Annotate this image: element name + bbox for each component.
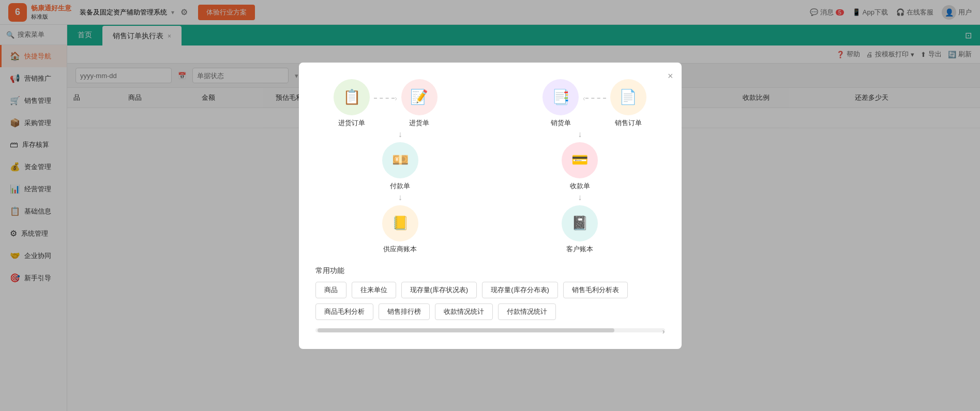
popup-close-button[interactable]: × (668, 71, 673, 82)
flow-node-customer-ledger: 📓 客户账本 (562, 205, 598, 254)
receipt-icon: 💳 (562, 142, 598, 178)
func-btn-1[interactable]: 往来单位 (352, 282, 396, 298)
func-btn-5[interactable]: 商品毛利分析 (315, 303, 373, 320)
func-btn-0[interactable]: 商品 (315, 282, 346, 298)
func-btn-6[interactable]: 销售排行榜 (379, 303, 430, 320)
purchase-order-icon: 📋 (334, 79, 370, 115)
popup-scrollbar[interactable]: › (315, 328, 665, 332)
func-btn-7[interactable]: 收款情况统计 (435, 303, 493, 320)
sales-bill-icon: 📑 (542, 79, 579, 115)
func-btn-8[interactable]: 付款情况统计 (498, 303, 556, 320)
flow-node-receipt: 💳 收款单 (562, 142, 598, 191)
flow-node-sales-order: 📄 销售订单 (610, 79, 646, 128)
common-functions: 常用功能 商品 往来单位 现存量(库存状况表) 现存量(库存分布表) 销售毛利分… (315, 266, 665, 320)
common-functions-title: 常用功能 (315, 266, 665, 276)
popup-scrollbar-thumb (318, 328, 615, 332)
customer-ledger-icon: 📓 (562, 205, 598, 241)
scroll-right-btn[interactable]: › (662, 327, 665, 336)
sales-order-icon: 📄 (610, 79, 646, 115)
flow-node-supplier-ledger: 📒 供应商账本 (382, 205, 418, 254)
purchase-bill-icon: 📝 (401, 79, 438, 115)
supplier-ledger-icon: 📒 (382, 205, 418, 241)
function-buttons: 商品 往来单位 现存量(库存状况表) 现存量(库存分布表) 销售毛利分析表 商品… (315, 282, 665, 320)
popup: × 📋 进货订单 › 📝 进货单 (299, 63, 682, 349)
flow-node-payment: 💴 付款单 (382, 142, 418, 191)
flow-node-purchase-order: 📋 进货订单 (334, 79, 370, 128)
func-btn-2[interactable]: 现存量(库存状况表) (401, 282, 477, 298)
flow-diagram: 📋 进货订单 › 📝 进货单 (315, 79, 665, 254)
payment-icon: 💴 (382, 142, 418, 178)
func-btn-4[interactable]: 销售毛利分析表 (563, 282, 628, 298)
flow-node-purchase-bill: 📝 进货单 (401, 79, 438, 128)
func-btn-3[interactable]: 现存量(库存分布表) (482, 282, 558, 298)
popup-overlay[interactable]: × 📋 进货订单 › 📝 进货单 (0, 0, 980, 411)
flow-node-sales-bill: 📑 销货单 (542, 79, 579, 128)
